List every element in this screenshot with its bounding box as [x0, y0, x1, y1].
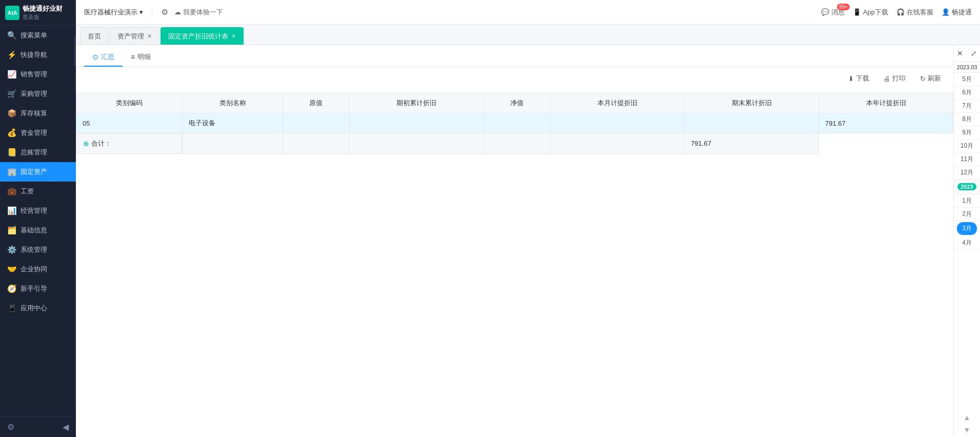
table-container: 类别编码 类别名称 原值 期初累计折旧 净值 本月计提折旧 期末累计折旧 本年计… [76, 93, 953, 437]
topbar-actions: ⚙ [161, 7, 168, 17]
app-logo: AtA [5, 6, 19, 20]
sidebar-item-label: 固定资产 [21, 167, 47, 176]
tab-depreciation-close[interactable]: ✕ [231, 33, 236, 39]
service-button[interactable]: 🎧 在线客服 [896, 8, 933, 17]
sidebar-item-label: 资金管理 [21, 128, 47, 137]
timeline-month-5[interactable]: 5月 [954, 73, 980, 86]
timeline-month-4[interactable]: 4月 [954, 236, 980, 250]
experience-button[interactable]: ☁ 我要体验一下 [174, 8, 223, 17]
sidebar-item-basic-info[interactable]: 🗂️ 基础信息 [0, 221, 76, 240]
sub-tab-summary[interactable]: ⊙ 汇总 [84, 49, 123, 67]
topbar-right: 💬 消息 99+ 📱 App下载 🎧 在线客服 👤 畅捷通 [821, 8, 972, 17]
total-initial-dep [283, 133, 350, 154]
col-header-net: 净值 [484, 93, 550, 113]
col-header-annual-dep: 本年计提折旧 [819, 93, 953, 113]
sidebar-item-quick-nav[interactable]: ⚡ 快捷导航 [0, 45, 76, 65]
sidebar-item-fixed-assets[interactable]: 🏢 固定资产 [0, 162, 76, 182]
cell-monthly-dep [550, 113, 685, 133]
refresh-label: 刷新 [928, 74, 941, 83]
tab-home-label: 首页 [88, 32, 101, 41]
app-download-icon: 📱 [853, 8, 861, 16]
app-center-icon: 📱 [7, 304, 16, 313]
total-period-end-dep [550, 133, 685, 154]
timeline-month-2[interactable]: 2月 [954, 208, 980, 221]
sidebar-scroll: 🔍 搜索菜单 ⚡ 快捷导航 📈 销售管理 🛒 采购管理 📦 库存核算 💰 资金管… [0, 26, 76, 416]
sub-tabs: ⊙ 汇总 ≡ 明细 [76, 45, 953, 67]
timeline-month-6[interactable]: 6月 [954, 86, 980, 100]
table-row: 05 电子设备 791.67 [76, 113, 953, 133]
sidebar-item-enterprise[interactable]: 🤝 企业协同 [0, 260, 76, 279]
refresh-button[interactable]: ↻ 刷新 [916, 72, 945, 85]
sidebar-item-app-center[interactable]: 📱 应用中心 [0, 299, 76, 318]
inventory-icon: 📦 [7, 109, 16, 118]
print-button[interactable]: 🖨 打印 [879, 72, 910, 85]
timeline-scroll: 5月 6月 7月 8月 9月 10月 11月 12月 2023 1月 2月 3月… [954, 73, 980, 410]
sidebar-footer: ⚙ ◀ [0, 416, 76, 437]
tab-asset-manage-close[interactable]: ✕ [147, 33, 152, 39]
close-panel-icon[interactable]: ✕ [957, 49, 963, 57]
timeline-year-2023[interactable]: 2023 [954, 180, 980, 194]
cell-initial-dep [349, 113, 484, 133]
timeline-month-10[interactable]: 10月 [954, 140, 980, 153]
cell-annual-dep: 791.67 [819, 113, 953, 133]
sidebar-item-guide[interactable]: 🧭 新手引导 [0, 279, 76, 299]
sub-tab-detail[interactable]: ≡ 明细 [123, 49, 159, 67]
print-icon: 🖨 [884, 75, 890, 83]
sidebar-item-salary[interactable]: 💼 工资 [0, 182, 76, 201]
timeline-month-11[interactable]: 11月 [954, 153, 980, 166]
timeline-month-12[interactable]: 12月 [954, 166, 980, 180]
settings-footer-icon[interactable]: ⚙ [7, 422, 14, 432]
tab-depreciation[interactable]: 固定资产折旧统计表 ✕ [161, 27, 244, 45]
timeline-bottom: ▲ ▼ [954, 410, 980, 437]
timeline-up-icon[interactable]: ▲ [964, 413, 971, 422]
col-header-code: 类别编码 [76, 93, 183, 113]
purchase-icon: 🛒 [7, 89, 16, 98]
tabbar: 首页 资产管理 ✕ 固定资产折旧统计表 ✕ [76, 25, 980, 45]
cell-code: 05 [76, 113, 183, 133]
sidebar-item-operations[interactable]: 📊 经营管理 [0, 201, 76, 221]
sidebar-item-search[interactable]: 🔍 搜索菜单 [0, 26, 76, 45]
col-header-initial-dep: 期初累计折旧 [349, 93, 484, 113]
company-name: 医疗器械行业演示 [84, 8, 137, 17]
col-header-period-end-dep: 期末累计折旧 [685, 93, 819, 113]
user-icon: 👤 [942, 8, 950, 16]
download-icon: ⬇ [848, 75, 854, 83]
download-button[interactable]: ⬇ 下载 [844, 72, 873, 85]
message-button[interactable]: 💬 消息 99+ [821, 8, 845, 17]
sidebar-item-funds[interactable]: 💰 资金管理 [0, 123, 76, 143]
fixed-assets-icon: 🏢 [7, 167, 16, 176]
search-icon: 🔍 [7, 31, 16, 40]
sidebar-item-inventory[interactable]: 📦 库存核算 [0, 104, 76, 123]
topbar-gear-icon[interactable]: ⚙ [161, 7, 168, 17]
user-button[interactable]: 👤 畅捷通 [942, 8, 972, 17]
sidebar-header: AtA 畅捷通好业财 普及版 [0, 0, 76, 26]
system-icon: ⚙️ [7, 245, 16, 254]
app-download-button[interactable]: 📱 App下载 [853, 8, 888, 17]
sidebar-item-ledger[interactable]: 📒 总账管理 [0, 143, 76, 162]
timeline-month-8[interactable]: 8月 [954, 113, 980, 126]
tab-depreciation-label: 固定资产折旧统计表 [168, 32, 228, 41]
sidebar-item-label: 新手引导 [21, 284, 47, 293]
timeline-month-1[interactable]: 1月 [954, 194, 980, 208]
timeline-month-3[interactable]: 3月 [957, 222, 977, 235]
cell-net [484, 113, 550, 133]
sidebar-item-label: 经营管理 [21, 206, 47, 215]
timeline-month-9[interactable]: 9月 [954, 126, 980, 140]
app-download-label: App下载 [863, 8, 888, 17]
sidebar-item-sales[interactable]: 📈 销售管理 [0, 65, 76, 84]
sub-tab-detail-label: 明细 [137, 52, 151, 62]
expand-panel-icon[interactable]: ⤢ [971, 49, 977, 57]
collapse-icon[interactable]: ◀ [63, 422, 69, 432]
timeline-down-icon[interactable]: ▼ [964, 426, 971, 434]
basic-info-icon: 🗂️ [7, 226, 16, 235]
sidebar-item-purchase[interactable]: 🛒 采购管理 [0, 84, 76, 104]
company-selector[interactable]: 医疗器械行业演示 ▾ [84, 8, 143, 17]
tab-asset-manage[interactable]: 资产管理 ✕ [110, 27, 159, 45]
sidebar: AtA 畅捷通好业财 普及版 🔍 搜索菜单 ⚡ 快捷导航 📈 销售管理 🛒 采购… [0, 0, 76, 437]
tab-home[interactable]: 首页 [80, 27, 109, 45]
main-area: 医疗器械行业演示 ▾ | ⚙ ☁ 我要体验一下 💬 消息 99+ 📱 App下载… [76, 0, 980, 437]
guide-icon: 🧭 [7, 284, 16, 293]
sidebar-item-system[interactable]: ⚙️ 系统管理 [0, 240, 76, 260]
timeline-month-7[interactable]: 7月 [954, 100, 980, 113]
sidebar-item-label: 基础信息 [21, 226, 47, 235]
